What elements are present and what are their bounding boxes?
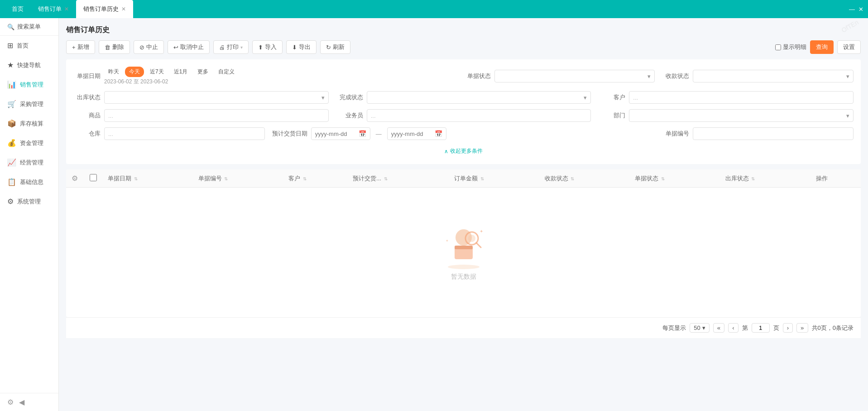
date-btn-today[interactable]: 今天	[125, 67, 144, 77]
date-separator: —	[374, 131, 384, 137]
tab-home[interactable]: 首页	[5, 0, 31, 18]
date-label: 单据日期	[73, 72, 101, 80]
product-label: 商品	[73, 111, 101, 120]
tab-home-label: 首页	[12, 5, 24, 13]
th-bill-date: 单据日期 ⇅	[102, 169, 193, 188]
table-settings-icon[interactable]: ⚙	[72, 174, 78, 182]
display-detail-checkbox[interactable]	[775, 44, 781, 50]
delete-button[interactable]: 🗑 删除	[99, 40, 130, 54]
sidebar-item-operation[interactable]: 📈 经营管理	[0, 153, 58, 172]
sort-icon-out-status[interactable]: ⇅	[751, 176, 755, 181]
date-btn-yesterday[interactable]: 昨天	[104, 67, 123, 77]
refresh-button[interactable]: ↻ 刷新	[320, 40, 350, 54]
customer-input[interactable]: ...	[629, 91, 854, 104]
window-minimize[interactable]: —	[849, 6, 855, 13]
calendar-start-icon[interactable]: 📅	[359, 130, 366, 137]
export-button[interactable]: ⬇ 导出	[286, 40, 317, 54]
collapse-icon: ∧	[444, 148, 448, 155]
sidebar-item-finance[interactable]: 💰 资金管理	[0, 133, 58, 153]
warehouse-input[interactable]: ...	[104, 127, 265, 140]
out-status-select[interactable]: ▾	[104, 91, 329, 104]
sidebar-item-system-label: 系统管理	[17, 198, 41, 206]
print-icon: 🖨	[219, 44, 225, 51]
date-btn-1month[interactable]: 近1月	[170, 67, 192, 77]
tab-sales-order[interactable]: 销售订单 ✕	[31, 0, 76, 18]
collapse-sidebar-icon[interactable]: ◀	[19, 398, 24, 406]
settings-button[interactable]: 设置	[837, 40, 861, 54]
select-all-checkbox[interactable]	[90, 174, 97, 181]
receipt-status-arrow: ▾	[846, 73, 849, 80]
svg-point-0	[448, 265, 480, 269]
sort-icon-customer[interactable]: ⇅	[303, 176, 307, 181]
salesperson-input[interactable]: ...	[367, 109, 591, 122]
sidebar-item-sales-label: 销售管理	[20, 81, 43, 89]
calendar-end-icon[interactable]: 📅	[435, 130, 442, 137]
sort-icon-delivery[interactable]: ⇅	[384, 176, 388, 181]
query-button[interactable]: 查询	[810, 40, 834, 54]
filter-department-item: 部门 ▾	[598, 109, 854, 122]
last-page-btn[interactable]: »	[796, 323, 808, 333]
sort-icon-bill-number[interactable]: ⇅	[224, 176, 228, 181]
tab-list: 首页 销售订单 ✕ 销售订单历史 ✕	[5, 0, 133, 18]
page-title: 销售订单历史	[66, 25, 861, 35]
window-close[interactable]: ✕	[858, 6, 863, 13]
filter-salesperson-item: 业务员 ...	[336, 109, 591, 122]
sidebar-item-base[interactable]: 📋 基础信息	[0, 172, 58, 192]
sidebar-search[interactable]: 🔍 搜索菜单	[0, 18, 58, 36]
tab-sales-history-close[interactable]: ✕	[121, 6, 126, 12]
tab-sales-order-close[interactable]: ✕	[64, 6, 69, 12]
collapse-bar[interactable]: ∧ 收起更多条件	[73, 145, 854, 157]
add-button[interactable]: + 新增	[66, 40, 95, 54]
stop-button[interactable]: ⊘ 中止	[134, 40, 164, 54]
money-icon: 💰	[7, 139, 16, 147]
page-size-label: 每页显示	[662, 324, 686, 332]
prev-page-btn[interactable]: ‹	[728, 323, 738, 333]
empty-row: ✦ ✦ 暂无数据	[66, 188, 861, 318]
filter-delivery-date-item: 预计交货日期 📅 — 📅	[272, 127, 655, 140]
bill-number-input[interactable]	[693, 127, 854, 140]
sort-icon-receipt-status[interactable]: ⇅	[571, 176, 574, 181]
complete-status-select[interactable]: ▾	[367, 91, 591, 104]
sidebar-item-sales[interactable]: 📊 销售管理	[0, 75, 58, 94]
tab-sales-history[interactable]: 销售订单历史 ✕	[76, 0, 133, 18]
filter-panel: 单据日期 昨天 今天 近7天 近1月 更多 自定义 2023-06-02 至 2…	[66, 59, 861, 164]
import-button[interactable]: ⬆ 导入	[252, 40, 283, 54]
sidebar-item-inventory[interactable]: 📦 库存核算	[0, 114, 58, 133]
filter-row-4: 仓库 ... 预计交货日期 📅 — 📅	[73, 127, 854, 140]
sidebar-bottom: ⚙ ◀	[0, 393, 58, 411]
sort-icon-bill-date[interactable]: ⇅	[134, 176, 138, 181]
date-btn-custom[interactable]: 自定义	[214, 67, 239, 77]
page-size-select[interactable]: 50 ▾	[690, 323, 709, 333]
page-size-value: 50	[694, 324, 700, 331]
tab-sales-order-label: 销售订单	[38, 5, 62, 13]
delivery-date-start-input[interactable]	[315, 131, 356, 137]
sidebar-item-home[interactable]: ⊞ 首页	[0, 36, 58, 55]
print-dropdown-icon: ▾	[240, 45, 243, 50]
sidebar-item-system[interactable]: ⚙ 系统管理	[0, 192, 58, 211]
product-input[interactable]: ...	[104, 109, 329, 122]
first-page-btn[interactable]: «	[713, 323, 724, 333]
next-page-btn[interactable]: ›	[783, 323, 793, 333]
settings-icon[interactable]: ⚙	[7, 398, 14, 406]
sidebar-item-quicknav[interactable]: ★ 快捷导航	[0, 55, 58, 75]
delivery-date-end-input[interactable]	[391, 131, 432, 137]
sort-icon-amount[interactable]: ⇅	[480, 176, 484, 181]
table-wrapper: ⚙ 单据日期 ⇅ 单据编号 ⇅	[66, 169, 861, 317]
page-input[interactable]	[752, 323, 770, 333]
content-area: 销售订单历史 + 新增 🗑 删除 ⊘ 中止 ↩ 取消中止 🖨 打印 ▾	[59, 18, 868, 411]
delivery-date-start-group[interactable]: 📅	[311, 127, 370, 140]
sidebar-item-home-label: 首页	[17, 42, 29, 50]
bill-status-select[interactable]: ▾	[494, 70, 655, 82]
toolbar: + 新增 🗑 删除 ⊘ 中止 ↩ 取消中止 🖨 打印 ▾ ⬆ 导	[66, 40, 861, 54]
date-btn-more[interactable]: 更多	[193, 67, 212, 77]
sidebar-item-quicknav-label: 快捷导航	[17, 61, 41, 69]
svg-point-5	[468, 235, 475, 242]
receipt-status-select[interactable]: ▾	[693, 70, 854, 82]
print-button[interactable]: 🖨 打印 ▾	[213, 40, 249, 54]
delivery-date-end-group[interactable]: 📅	[387, 127, 446, 140]
cancel-stop-button[interactable]: ↩ 取消中止	[168, 40, 210, 54]
department-select[interactable]: ▾	[629, 109, 854, 122]
date-btn-7days[interactable]: 近7天	[146, 67, 168, 77]
sort-icon-bill-status[interactable]: ⇅	[661, 176, 665, 181]
sidebar-item-purchase[interactable]: 🛒 采购管理	[0, 94, 58, 114]
